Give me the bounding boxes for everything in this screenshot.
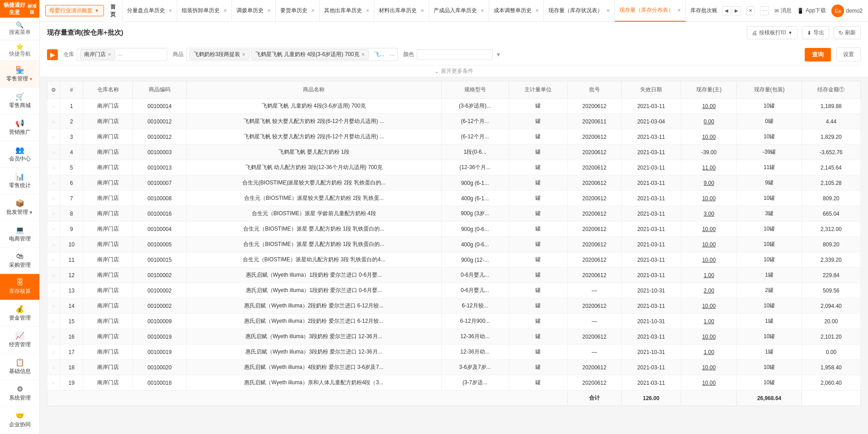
sidebar-item-member[interactable]: 👥 会员中心 (0, 141, 39, 168)
tab-close-icon[interactable]: ✕ (223, 8, 227, 13)
td-qty-main[interactable]: 2.00 (681, 283, 737, 298)
tab-close-icon[interactable]: ✕ (267, 8, 271, 13)
settings-btn[interactable]: 设置 (836, 47, 861, 61)
td-qty-main[interactable]: 0.00 (681, 114, 737, 129)
tab-cost-adjust[interactable]: 成本调整单历史 ✕ (489, 0, 544, 22)
td-no: 2 (60, 114, 83, 129)
tab-close-all-btn[interactable]: ✕ (746, 6, 755, 15)
td-code: 00100018 (133, 375, 187, 391)
warehouse-input[interactable]: 南岸门店 ✕ ··· (77, 48, 167, 61)
color-input[interactable] (417, 49, 493, 60)
color-dropdown-icon[interactable]: ▼ (495, 52, 501, 58)
th-settings[interactable]: ⚙ (47, 81, 60, 99)
sidebar-item-inventory[interactable]: 🗄 库存核算 (0, 274, 39, 300)
product-tag-2-close[interactable]: ✕ (361, 52, 365, 57)
sidebar-item-retail-mgmt[interactable]: 🏪 零售管理 ▼ (0, 61, 39, 88)
tab-close-icon[interactable]: ✕ (606, 8, 610, 13)
td-warehouse: 南岸门店 (83, 114, 133, 129)
template-print-btn[interactable]: 🖨 按模板打印 ▼ (747, 26, 797, 39)
sidebar-item-ecommerce[interactable]: 💻 电商管理 (0, 221, 39, 248)
td-qty-main[interactable]: 10.00 (681, 360, 737, 375)
product-input[interactable]: 飞鹤奶粉3段两提装 ✕ 飞鹤星飞帆 儿童奶粉 4段(3-6岁适用) 700克 ✕… (186, 48, 398, 61)
tab-requisition[interactable]: 要货单历史 ✕ (276, 0, 320, 22)
tab-close-icon[interactable]: ✕ (420, 8, 424, 13)
td-unit: 罐 (509, 129, 567, 145)
sidebar-item-wholesale[interactable]: 📦 批发管理 ▼ (0, 194, 39, 221)
tab-split-disc[interactable]: 分量盘点单历史 ✕ (123, 0, 177, 22)
td-qty-pkg: 1罐 (737, 268, 802, 283)
sidebar-item-finance[interactable]: 💰 资金管理 (0, 300, 39, 327)
tab-stock-batch[interactable]: 库存批次账 ✕ (686, 0, 718, 22)
td-qty-main[interactable]: 10.00 (681, 191, 737, 206)
tab-close-icon[interactable]: ✕ (677, 8, 681, 13)
tab-prev-btn[interactable]: ◀ (722, 6, 731, 15)
td-amount: 665.04 (802, 206, 860, 222)
td-name: 惠氏启赋（Wyeth illuma）亲和人体儿童配方奶粉4段（3... (186, 375, 441, 391)
td-unit: 罐 (509, 375, 567, 391)
td-qty-main[interactable]: 10.00 (681, 222, 737, 237)
tab-stock-status[interactable]: 现存量（库存状况表） ✕ (544, 0, 615, 22)
tab-other-out[interactable]: 其他出库单历史 ✕ (320, 0, 374, 22)
sidebar-item-retail-stats[interactable]: 📊 零售统计 (0, 168, 39, 194)
td-qty-main[interactable]: 9.00 (681, 175, 737, 191)
refresh-btn[interactable]: ↻ 刷新 (834, 26, 861, 39)
warehouse-tag-close[interactable]: ✕ (108, 52, 111, 57)
sidebar-shortcut[interactable]: ⭐ 快捷导航 (0, 40, 39, 61)
message-btn[interactable]: ✉ 消息 (774, 7, 792, 14)
td-qty-main[interactable]: 11.00 (681, 160, 737, 175)
td-qty-main[interactable]: 1.00 (681, 268, 737, 283)
tab-close-icon[interactable]: ✕ (535, 8, 539, 13)
td-spec: 0-6月婴儿... (441, 268, 509, 283)
tab-picking[interactable]: 调拨单历史 ✕ (232, 0, 276, 22)
tab-close-icon[interactable]: ✕ (311, 8, 315, 13)
tab-close-icon[interactable]: ✕ (169, 8, 172, 13)
table-row: ○ 13 南岸门店 00100002 惠氏启赋（Wyeth illuma）1段奶… (47, 283, 861, 298)
warehouse-filter-group: 仓库 南岸门店 ✕ ··· (63, 48, 167, 61)
table-row: ○ 7 南岸门店 00100008 合生元（BIOSTIME）派星较大婴儿配方奶… (47, 191, 861, 206)
filter-expand-btn[interactable]: ▶ (47, 49, 58, 60)
tab-disassemble[interactable]: 组装拆卸单历史 ✕ (177, 0, 232, 22)
page-actions: 🖨 按模板打印 ▼ ⬇ 导出 ↻ 刷新 (747, 26, 861, 39)
sidebar-item-sys-mgmt[interactable]: ⚙ 系统管理 (0, 380, 39, 407)
td-qty-main[interactable]: 10.00 (681, 237, 737, 252)
account-dropdown[interactable]: 母婴行业演示账套 ▼ (45, 5, 104, 16)
td-code: 00100002 (133, 298, 187, 314)
more-conditions-btn[interactable]: ⌄ 展开更多条件 (47, 65, 861, 77)
export-btn[interactable]: ⬇ 导出 (802, 26, 829, 39)
app-download-btn[interactable]: 📱 App下载 (797, 7, 826, 14)
query-btn[interactable]: 查询 (805, 48, 831, 61)
td-warehouse: 南岸门店 (83, 344, 133, 360)
product-more-btn[interactable]: ··· (390, 51, 395, 58)
td-qty-main[interactable]: 10.00 (681, 252, 737, 268)
tab-material-out[interactable]: 材料出库单历史 ✕ (374, 0, 429, 22)
td-qty-main[interactable]: 10.00 (681, 298, 737, 314)
tab-stock-dist[interactable]: 现存量（库存分布表） ✕ (615, 0, 686, 22)
td-qty-main[interactable]: 10.00 (681, 129, 737, 145)
user-avatar[interactable]: Ea demo2 (831, 5, 863, 17)
td-qty-main[interactable]: 1.00 (681, 314, 737, 329)
product-tag-1-close[interactable]: ✕ (242, 52, 245, 57)
tab-close-icon[interactable]: ✕ (366, 8, 369, 13)
sidebar-item-base-info[interactable]: 📋 基础信息 (0, 354, 39, 380)
td-qty-main[interactable]: 10.00 (681, 375, 737, 391)
sidebar-item-operations[interactable]: 📈 经营管理 (0, 327, 39, 354)
sidebar-item-enterprise[interactable]: 🤝 企业协同 (0, 407, 39, 434)
sidebar-item-purchase[interactable]: 🛍 采购管理 (0, 248, 39, 274)
td-qty-main[interactable]: 3.00 (681, 206, 737, 222)
table-footer: 合计 126.00 26,968.64 (47, 391, 861, 406)
td-qty-main[interactable]: 10.00 (681, 99, 737, 114)
tab-close-icon[interactable]: ✕ (481, 8, 484, 13)
sidebar-item-retail-shop[interactable]: 🛒 零售商城 (0, 88, 39, 114)
th-name: 商品名称 (186, 81, 441, 99)
warehouse-more-btn[interactable]: ··· (117, 51, 123, 58)
td-qty-main[interactable]: 1.00 (681, 344, 737, 360)
td-qty-main[interactable]: 10.00 (681, 329, 737, 344)
sidebar-item-marketing[interactable]: 📢 营销推广 (0, 114, 39, 141)
th-code: 商品编码 (133, 81, 187, 99)
tab-home[interactable]: 首页 (104, 0, 123, 22)
tab-product-in[interactable]: 产成品入库单历史 ✕ (429, 0, 489, 22)
td-code: 00100019 (133, 344, 187, 360)
tab-menu-btn[interactable]: ⋯ (760, 6, 769, 15)
tab-next-btn[interactable]: ▶ (732, 6, 741, 15)
sidebar-search[interactable]: 🔍 搜索菜单 (0, 18, 39, 40)
